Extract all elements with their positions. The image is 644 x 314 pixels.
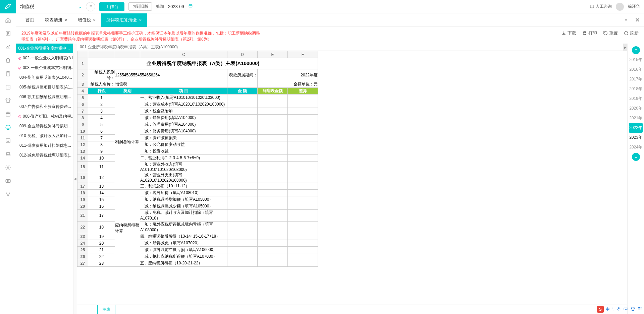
ime-lang[interactable]: 中 <box>606 307 610 312</box>
year-down-icon[interactable]: ⌄ <box>632 153 640 161</box>
ime-skin-icon[interactable] <box>631 307 635 312</box>
svg-rect-10 <box>583 33 586 34</box>
svg-rect-17 <box>639 308 640 309</box>
period-value[interactable]: 2023-09 <box>168 4 184 9</box>
tab-menu-icon[interactable]: ≡ <box>621 15 631 25</box>
svg-rect-9 <box>189 4 192 7</box>
calendar-icon[interactable] <box>188 4 193 10</box>
consult-label: 人工咨询 <box>596 4 612 9</box>
nav-bag-icon[interactable] <box>0 54 16 67</box>
sheet-info-tab[interactable]: 001-企业所得税年度纳税申报表（A类）主表(A100000) <box>77 44 627 51</box>
sheet-tab-main[interactable]: 主表 <box>97 305 115 314</box>
svg-rect-8 <box>6 180 10 183</box>
nav-video-icon[interactable] <box>0 174 16 188</box>
form-item-0[interactable]: 001-企业所得税年度纳税申... <box>16 44 73 53</box>
spreadsheet[interactable]: CDEF1企业所得税年度纳税申报表（A类）主表(A100000)2纳税人识别号：… <box>77 51 318 267</box>
avatar[interactable] <box>616 3 624 11</box>
tab-0[interactable]: 首页 <box>20 13 40 27</box>
svg-rect-4 <box>6 112 10 116</box>
ime-brand-icon[interactable]: S <box>597 306 604 313</box>
form-item-3[interactable]: 004-期间费用明细表(A1040... <box>16 73 73 82</box>
form-item-9[interactable]: 010-免税、减计收入及加计... <box>16 131 73 141</box>
year-2021年[interactable]: 2021年 <box>628 113 644 123</box>
svg-rect-18 <box>641 308 641 309</box>
nav-calendar-icon[interactable] <box>0 107 16 121</box>
svg-rect-14 <box>639 307 640 308</box>
nav-shirt-icon[interactable] <box>0 94 16 107</box>
ime-grid-icon[interactable] <box>637 307 642 312</box>
nav-chart-icon[interactable] <box>0 40 16 54</box>
nav-gear-icon[interactable] <box>0 161 16 174</box>
sheet-nav-right[interactable]: ▶ <box>623 44 627 51</box>
tab-3[interactable]: 所得税汇算清缴× <box>101 13 147 27</box>
nav-box-icon[interactable] <box>0 134 16 147</box>
year-2018年[interactable]: 2018年 <box>628 84 644 94</box>
form-item-11[interactable]: 012-减免所得税优惠明细表(... <box>16 150 73 160</box>
year-up-icon[interactable]: ⌃ <box>632 46 640 54</box>
svg-rect-16 <box>638 308 639 309</box>
form-list: 001-企业所得税年度纳税申...⊘002-一般企业收入明细表(A1...⊘00… <box>16 44 73 314</box>
username: 徐泽华 <box>628 4 640 9</box>
ime-keyboard-icon[interactable] <box>623 307 629 312</box>
nav-clipboard-icon[interactable] <box>0 67 16 80</box>
tab-1[interactable]: 税表清册× <box>40 13 72 27</box>
svg-point-7 <box>7 167 9 169</box>
year-2023年[interactable]: 2023年 <box>628 133 644 142</box>
tabs: 首页税表清册×增值税×所得税汇算清缴× ≡ ✕ <box>16 13 644 27</box>
refresh-button[interactable]: 刷新 <box>624 30 639 36</box>
close-icon[interactable]: × <box>64 17 67 23</box>
svg-rect-13 <box>638 307 639 308</box>
workbench-button[interactable]: 工作台 <box>99 2 124 11</box>
company-selector[interactable]: 增值税 ⌄ <box>20 4 82 10</box>
year-2016年[interactable]: 2016年 <box>628 65 644 74</box>
nav-doc-icon[interactable] <box>0 27 16 40</box>
tab-2[interactable]: 增值税× <box>72 13 101 27</box>
close-icon[interactable]: × <box>139 17 142 23</box>
svg-rect-15 <box>641 307 641 308</box>
year-2019年[interactable]: 2019年 <box>628 94 644 104</box>
svg-point-5 <box>6 125 10 130</box>
left-nav <box>0 0 16 314</box>
ime-punct-icon[interactable]: °, <box>612 307 614 312</box>
svg-rect-12 <box>624 308 628 310</box>
switch-old-button[interactable]: 切到旧版 <box>128 2 152 11</box>
nav-smile-icon[interactable] <box>0 121 16 134</box>
close-icon[interactable]: × <box>93 17 96 23</box>
collapse-handle[interactable]: ◀ <box>73 44 77 314</box>
form-item-8[interactable]: 009-企业所得税弥补亏损明... <box>16 121 73 131</box>
consult-button[interactable]: 人工咨询 <box>590 4 612 9</box>
nav-v-icon[interactable] <box>0 188 16 201</box>
sheet-area: 001-企业所得税年度纳税申报表（A类）主表(A100000) ▶ CDEF1企… <box>77 44 627 314</box>
year-sidebar: ⌃ 2015年2016年2017年2018年2019年2020年2021年202… <box>627 44 644 314</box>
nav-home-icon[interactable] <box>0 13 16 27</box>
reset-button[interactable]: 重置 <box>603 30 618 36</box>
form-item-2[interactable]: ⊘003-一般企业成本支出明细... <box>16 63 73 73</box>
year-2015年[interactable]: 2015年 <box>628 55 644 65</box>
form-item-10[interactable]: 011-研发费用加计扣除优惠... <box>16 141 73 150</box>
form-item-6[interactable]: 007-广告费和业务宣传费跨... <box>16 102 73 112</box>
header: 增值税 ⌄ 工作台 切到旧版 账期 2023-09 人工咨询 徐泽华 <box>16 0 644 13</box>
tab-close-all-icon[interactable]: ✕ <box>633 15 642 25</box>
sheet-bottom-bar: 主表 <box>77 305 627 314</box>
warn-icon: ⊘ <box>18 56 21 61</box>
chevron-down-icon: ⌄ <box>78 4 82 9</box>
download-button[interactable]: 下载 <box>561 30 576 36</box>
list-icon-button[interactable] <box>86 2 95 11</box>
warn-icon: ⊘ <box>18 66 21 70</box>
form-item-7[interactable]: ⊘008-资产折旧、摊销及纳税... <box>16 112 73 121</box>
app-logo <box>0 0 16 13</box>
nav-report-icon[interactable] <box>0 80 16 94</box>
warn-icon: ⊘ <box>18 114 21 119</box>
year-2020年[interactable]: 2020年 <box>628 104 644 113</box>
ime-bar: S 中 °, <box>597 306 642 313</box>
form-item-4[interactable]: 005-纳税调整项目明细表(A1... <box>16 82 73 92</box>
year-2024年[interactable]: 2024年 <box>628 142 644 152</box>
year-2017年[interactable]: 2017年 <box>628 74 644 84</box>
form-item-1[interactable]: ⊘002-一般企业收入明细表(A1... <box>16 53 73 63</box>
form-item-5[interactable]: 006-职工薪酬纳税调整明细... <box>16 92 73 102</box>
nav-inbox-icon[interactable] <box>0 147 16 161</box>
print-button[interactable]: 打印 <box>582 30 597 36</box>
company-name: 增值税 <box>20 4 34 10</box>
year-2022年[interactable]: 2022年 <box>629 123 643 133</box>
ime-mic-icon[interactable] <box>616 307 621 312</box>
